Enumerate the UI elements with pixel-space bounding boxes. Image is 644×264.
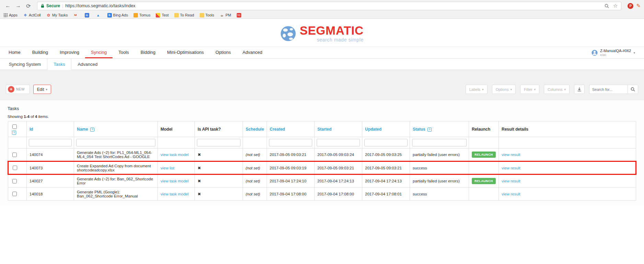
- column-header-label[interactable]: Relaunch: [472, 127, 490, 132]
- filter-input[interactable]: [364, 139, 408, 146]
- view-result-link[interactable]: view result: [502, 192, 520, 196]
- table-row[interactable]: 140074 Generate Ads (~2) for: PL1_054-ML…: [8, 148, 636, 161]
- column-header[interactable]: Is API task? ?: [195, 121, 243, 137]
- column-header-label[interactable]: Schedule: [246, 127, 264, 132]
- bookmark-item[interactable]: Test: [156, 13, 168, 17]
- filter-button[interactable]: Filter ▾: [520, 85, 539, 94]
- column-header-label[interactable]: Name: [77, 127, 88, 132]
- help-icon[interactable]: ?: [12, 131, 16, 135]
- nav-item[interactable]: Bidding: [135, 47, 161, 58]
- row-checkbox[interactable]: [13, 166, 17, 170]
- view-result-link[interactable]: view result: [502, 153, 520, 157]
- nav-item[interactable]: Advanced: [237, 47, 268, 58]
- cell-name: Generate Ads (~2) for: PL1_054-ML1_054-M…: [74, 148, 158, 161]
- model-link[interactable]: view task model: [161, 179, 189, 183]
- filter-input[interactable]: [197, 139, 241, 146]
- bookmark-item[interactable]: To Read: [174, 13, 194, 17]
- view-result-link[interactable]: view result: [502, 166, 520, 170]
- bookmark-item[interactable]: Apps: [3, 13, 17, 17]
- column-header[interactable]: Name ?: [74, 121, 158, 137]
- user-menu[interactable]: Z-ManualQA-#062 #280 ▾: [592, 47, 635, 58]
- bookmark-item[interactable]: Tools: [200, 13, 214, 17]
- bookmark-item[interactable]: ✿ My Tasks: [46, 13, 68, 17]
- bookmark-star-icon[interactable]: ☆: [613, 3, 618, 9]
- bookmark-item[interactable]: M: [73, 13, 79, 17]
- browser-forward-button[interactable]: →: [14, 3, 23, 9]
- column-header[interactable]: Status ?: [410, 121, 469, 137]
- relaunch-button[interactable]: RELAUNCH: [472, 178, 496, 184]
- bookmark-item[interactable]: 31: [85, 13, 91, 17]
- column-header[interactable]: Relaunch ?: [469, 121, 499, 137]
- column-header-label[interactable]: Id: [30, 127, 33, 132]
- edit-button[interactable]: Edit ▾: [33, 85, 51, 94]
- bookmark-item[interactable]: ❖ ActColl: [23, 13, 41, 17]
- filter-input[interactable]: [412, 139, 467, 146]
- bookmark-item[interactable]: ☕ PM: [220, 13, 231, 17]
- search-input[interactable]: [589, 85, 628, 94]
- bookmark-item[interactable]: b Bing Ads: [107, 13, 128, 17]
- browser-back-button[interactable]: ←: [3, 3, 12, 9]
- columns-button[interactable]: Columns ▾: [544, 85, 570, 94]
- help-icon[interactable]: ?: [90, 128, 94, 132]
- column-header[interactable]: Created ?: [267, 121, 315, 137]
- column-header[interactable]: Schedule ?: [243, 121, 267, 137]
- subnav-tab[interactable]: Tasks: [47, 59, 71, 70]
- page-title: Tasks: [8, 106, 636, 111]
- table-row[interactable]: 140073 Create Expanded Ad Copy from docu…: [8, 161, 636, 175]
- row-checkbox[interactable]: [12, 179, 17, 183]
- options-button[interactable]: Options ▾: [492, 85, 516, 94]
- nav-item[interactable]: Improving: [54, 47, 85, 58]
- subnav-tab[interactable]: Advanced: [71, 59, 104, 70]
- nav-item[interactable]: Building: [26, 47, 54, 58]
- address-bar[interactable]: Secure | https://tomus.segmatic.io/tasks…: [37, 2, 621, 10]
- column-header[interactable]: Updated ?: [362, 121, 410, 137]
- bookmark-item[interactable]: Tomus: [133, 13, 150, 17]
- bookmark-item[interactable]: ▲: [96, 13, 102, 17]
- subnav-tab[interactable]: Syncing System: [3, 59, 47, 70]
- zoom-icon[interactable]: [605, 4, 609, 8]
- filter-input[interactable]: [269, 139, 312, 146]
- column-header-label[interactable]: Status: [413, 127, 425, 132]
- row-checkbox[interactable]: [12, 192, 17, 196]
- relaunch-button[interactable]: RELAUNCH: [472, 152, 496, 158]
- summary-text: of: [30, 115, 35, 119]
- column-header-label[interactable]: Started: [317, 127, 331, 132]
- column-header-label[interactable]: Created: [270, 127, 285, 132]
- select-all-checkbox[interactable]: [12, 124, 17, 129]
- nav-item[interactable]: Tools: [113, 47, 134, 58]
- filter-input[interactable]: [29, 139, 72, 146]
- model-link[interactable]: view task model: [161, 153, 189, 157]
- page: SEGMATIC search made simple Home Buildin…: [0, 19, 644, 206]
- table-row[interactable]: 140027 Generate Ads (~2) for: Ban_062_Sh…: [8, 175, 636, 188]
- nav-item[interactable]: Mini-Optimisations: [161, 47, 210, 58]
- cell-relaunch: RELAUNCH: [469, 175, 499, 188]
- model-link[interactable]: view list: [161, 166, 174, 170]
- extension-icon-pencil[interactable]: ✎: [636, 3, 641, 9]
- table-row[interactable]: 140018 Generate PML (Google): Ban_062_Sh…: [8, 188, 636, 201]
- column-header-label[interactable]: Model: [161, 127, 173, 132]
- labels-button[interactable]: Labels ▾: [466, 85, 488, 94]
- column-header[interactable]: Model ?: [158, 121, 195, 137]
- view-result-link[interactable]: view result: [502, 179, 520, 183]
- nav-item[interactable]: Home: [3, 47, 26, 58]
- row-select-cell: [8, 148, 27, 161]
- filter-input[interactable]: [76, 139, 155, 146]
- model-link[interactable]: view task model: [161, 192, 189, 196]
- new-button[interactable]: + NEW: [6, 85, 30, 94]
- download-button[interactable]: [574, 85, 585, 94]
- nav-item[interactable]: Syncing: [85, 47, 113, 58]
- filter-input[interactable]: [317, 139, 360, 146]
- column-header[interactable]: Id ?: [27, 121, 74, 137]
- bookmark-item[interactable]: TC: [237, 13, 243, 17]
- nav-item[interactable]: Options: [210, 47, 237, 58]
- column-header-label[interactable]: Is API task?: [198, 127, 221, 132]
- help-icon[interactable]: ?: [428, 128, 432, 132]
- column-header[interactable]: Started ?: [315, 121, 362, 137]
- browser-reload-button[interactable]: ⟳: [24, 3, 33, 9]
- row-checkbox[interactable]: [12, 153, 17, 157]
- column-header[interactable]: Result details ?: [499, 121, 636, 137]
- extension-icon-p[interactable]: P: [628, 3, 633, 9]
- column-header-label[interactable]: Updated: [365, 127, 382, 132]
- column-header-label[interactable]: Result details: [502, 127, 528, 132]
- search-button[interactable]: [628, 85, 638, 94]
